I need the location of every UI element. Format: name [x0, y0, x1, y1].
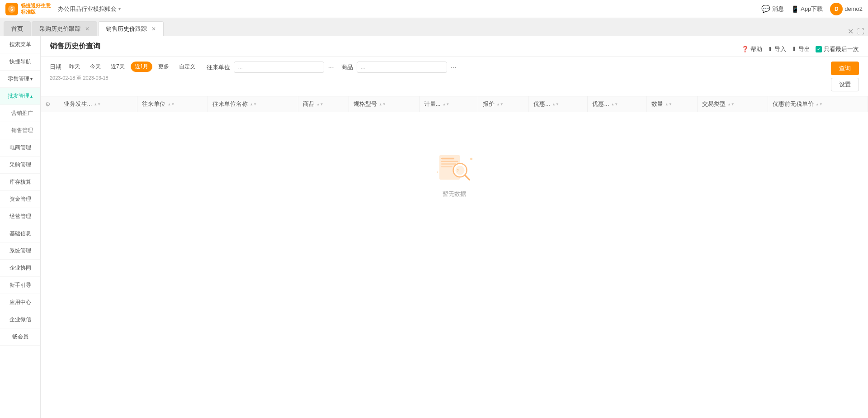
settings-button[interactable]: 设置: [831, 78, 859, 91]
tab-purchase-history-close[interactable]: ✕: [85, 26, 90, 32]
partner-search-icon[interactable]: ···: [328, 63, 334, 71]
sidebar-item-sales-mgmt[interactable]: 销售管理: [0, 122, 40, 139]
table-header: ⚙ 业务发生... ▲▼ 往来单位 ▲▼: [41, 96, 868, 112]
date-btn-last7days[interactable]: 近7天: [107, 62, 129, 72]
date-range-text: 2023-02-18 至 2023-03-18: [50, 75, 199, 81]
tab-sales-history-close[interactable]: ✕: [151, 26, 156, 32]
sort-icon[interactable]: ▲▼: [816, 102, 823, 106]
workspace-label: 办公用品行业模拟账套: [58, 5, 117, 13]
sort-icon[interactable]: ▲▼: [250, 102, 257, 106]
sidebar-item-marketing[interactable]: 营销推广: [0, 105, 40, 122]
sort-icon[interactable]: ▲▼: [442, 102, 449, 106]
chevron-down-icon: ▾: [118, 6, 121, 11]
th-spec: 规格型号 ▲▼: [349, 96, 419, 112]
table-header-row: ⚙ 业务发生... ▲▼ 往来单位 ▲▼: [41, 96, 868, 112]
empty-state-row: ? 暂无数据: [41, 112, 868, 235]
tab-purchase-history[interactable]: 采购历史价跟踪 ✕: [32, 21, 97, 36]
empty-illustration: ?: [432, 148, 477, 185]
svg-rect-3: [441, 158, 454, 159]
only-last-checkbox-label[interactable]: 只看最后一次: [816, 45, 859, 53]
app-download-button[interactable]: 📱 App下载: [791, 5, 823, 13]
help-button[interactable]: ❓ 帮助: [741, 45, 762, 53]
sort-icon[interactable]: ▲▼: [167, 102, 175, 106]
sidebar-item-enterprise[interactable]: 企业协同: [0, 260, 40, 277]
sort-icon[interactable]: ▲▼: [496, 102, 504, 106]
date-btn-yesterday[interactable]: 昨天: [65, 62, 84, 72]
svg-rect-5: [441, 163, 456, 165]
page-actions: ❓ 帮助 ⬆ 导入 ⬇ 导出 只看最后一次: [741, 45, 859, 53]
th-settings[interactable]: ⚙: [41, 96, 59, 112]
th-biz-date: 业务发生... ▲▼: [59, 96, 137, 112]
svg-rect-6: [441, 166, 453, 167]
product-input[interactable]: [357, 62, 447, 73]
export-button[interactable]: ⬇ 导出: [792, 45, 810, 53]
partner-input[interactable]: [234, 62, 324, 73]
th-partner-code: 往来单位 ▲▼: [137, 96, 208, 112]
page-header: 销售历史价查询 ❓ 帮助 ⬆ 导入 ⬇ 导出: [41, 36, 868, 57]
tab-home[interactable]: 首页: [4, 21, 31, 36]
topbar: 6 畅捷通好生意 标准版 办公用品行业模拟账套 ▾ 💬 消息 📱 App下载 D…: [0, 0, 868, 18]
sidebar-item-operations[interactable]: 经营管理: [0, 208, 40, 225]
sidebar-item-purchase[interactable]: 采购管理: [0, 157, 40, 174]
empty-text: 暂无数据: [443, 190, 466, 198]
th-partner-name: 往来单位名称 ▲▼: [208, 96, 298, 112]
sort-icon[interactable]: ▲▼: [316, 102, 324, 106]
sort-icon[interactable]: ▲▼: [552, 102, 559, 106]
sort-icon[interactable]: ▲▼: [665, 102, 672, 106]
chevron-down-icon: ▾: [30, 76, 33, 81]
sidebar-item-membership[interactable]: 畅会员: [0, 328, 40, 346]
date-btn-more[interactable]: 更多: [154, 62, 173, 72]
partner-filter: 往来单位 ···: [207, 62, 334, 73]
tabbar: 首页 采购历史价跟踪 ✕ 销售历史价跟踪 ✕ ✕ ⛶: [0, 18, 868, 36]
message-button[interactable]: 💬 消息: [761, 5, 784, 13]
sidebar: 搜索菜单 快捷导航 零售管理 ▾ 批发管理 ▴ 营销推广 销售管理 电商管理 采…: [0, 36, 41, 418]
sort-icon[interactable]: ▲▼: [611, 102, 618, 106]
th-discount1: 优惠... ▲▼: [529, 96, 588, 112]
maximize-window-icon[interactable]: ⛶: [857, 28, 864, 36]
table-settings-icon[interactable]: ⚙: [45, 101, 51, 108]
sidebar-item-app-center[interactable]: 应用中心: [0, 294, 40, 311]
sort-icon[interactable]: ▲▼: [379, 102, 386, 106]
svg-text:6: 6: [10, 7, 13, 12]
sidebar-item-quick-nav[interactable]: 快捷导航: [0, 53, 40, 71]
sidebar-item-guide[interactable]: 新手引导: [0, 277, 40, 294]
sidebar-item-wholesale-mgmt[interactable]: 批发管理 ▴: [0, 88, 40, 105]
sort-icon[interactable]: ▲▼: [94, 102, 101, 106]
partner-label: 往来单位: [207, 63, 230, 71]
tab-sales-history[interactable]: 销售历史价跟踪 ✕: [98, 21, 164, 36]
th-trade-type: 交易类型 ▲▼: [697, 96, 768, 112]
date-btn-today[interactable]: 今天: [86, 62, 105, 72]
main-layout: 搜索菜单 快捷导航 零售管理 ▾ 批发管理 ▴ 营销推广 销售管理 电商管理 采…: [0, 36, 868, 418]
filter-row: 日期 昨天 今天 近7天 近1月 更多 自定义 2023-02-18 至 202…: [50, 62, 859, 91]
sidebar-item-system[interactable]: 系统管理: [0, 242, 40, 260]
sidebar-item-search-menu[interactable]: 搜索菜单: [0, 36, 40, 53]
sort-icon[interactable]: ▲▼: [727, 102, 735, 106]
th-discount2: 优惠... ▲▼: [588, 96, 646, 112]
workspace-selector[interactable]: 办公用品行业模拟账套 ▾: [54, 3, 124, 15]
import-button[interactable]: ⬆ 导入: [768, 45, 786, 53]
sidebar-item-retail-mgmt[interactable]: 零售管理 ▾: [0, 71, 40, 88]
svg-point-11: [437, 171, 438, 173]
date-filter: 日期 昨天 今天 近7天 近1月 更多 自定义: [50, 62, 199, 72]
table-body: ? 暂无数据: [41, 112, 868, 235]
sidebar-item-basic-info[interactable]: 基础信息: [0, 225, 40, 242]
date-btn-custom[interactable]: 自定义: [175, 62, 199, 72]
table-container: ⚙ 业务发生... ▲▼ 往来单位 ▲▼: [41, 96, 868, 418]
sidebar-item-inventory[interactable]: 库存核算: [0, 174, 40, 191]
help-icon: ❓: [741, 46, 749, 52]
sidebar-item-wechat[interactable]: 企业微信: [0, 311, 40, 328]
user-menu[interactable]: D demo2: [830, 3, 863, 15]
filter-bar: 日期 昨天 今天 近7天 近1月 更多 自定义 2023-02-18 至 202…: [41, 57, 868, 96]
svg-line-9: [465, 175, 469, 180]
product-search-icon[interactable]: ···: [451, 63, 457, 71]
date-btn-last1month[interactable]: 近1月: [131, 62, 153, 72]
message-icon: 💬: [761, 5, 770, 13]
sidebar-item-ecommerce[interactable]: 电商管理: [0, 139, 40, 157]
sidebar-item-finance[interactable]: 资金管理: [0, 191, 40, 208]
product-label: 商品: [341, 63, 353, 71]
empty-state-cell: ? 暂无数据: [41, 112, 868, 235]
query-button[interactable]: 查询: [831, 62, 859, 75]
th-unit: 计量... ▲▼: [419, 96, 478, 112]
close-window-icon[interactable]: ✕: [848, 27, 854, 36]
empty-state: ? 暂无数据: [41, 112, 868, 234]
